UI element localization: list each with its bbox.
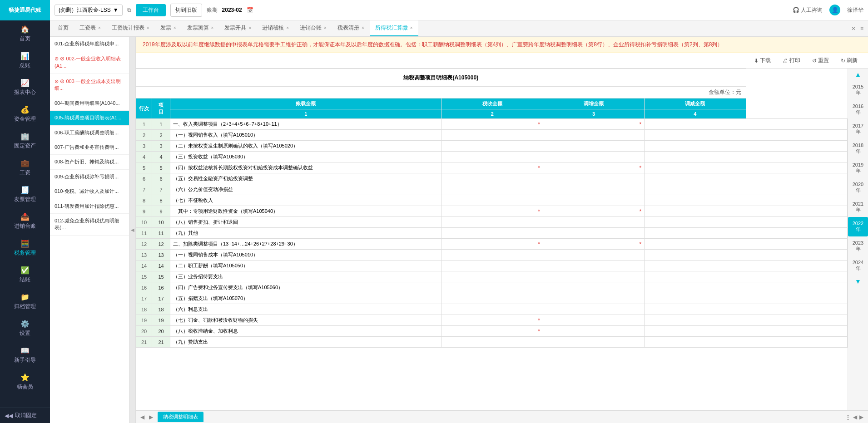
c3-value[interactable] [645, 184, 746, 195]
c3-value[interactable] [645, 206, 746, 217]
c1-value[interactable]: * [441, 206, 543, 217]
c3-value[interactable] [645, 337, 746, 348]
sidebar-footer-cancel-pin[interactable]: ◀◀ 取消固定 [0, 408, 50, 423]
c4-value[interactable] [746, 293, 847, 304]
copy-icon[interactable]: ⧉ [127, 7, 131, 13]
year-item-2022年[interactable]: 2022年 [848, 217, 868, 236]
sheet-left-nav[interactable]: ◀ [140, 414, 144, 420]
sidebar-item-guide[interactable]: 📖新手引导 [0, 342, 50, 369]
c1-value[interactable]: * [441, 239, 543, 250]
c3-value[interactable] [645, 141, 746, 152]
c3-value[interactable] [645, 195, 746, 206]
item-text[interactable]: （二）未按权责发生制原则确认的收入（填写A105020） [170, 141, 442, 152]
item-text[interactable]: 其中：专项用途财政性资金（填写A105040） [170, 206, 442, 217]
item-text[interactable]: （一）视同销售收入（填写A105010） [170, 130, 442, 141]
c3-value[interactable] [645, 162, 746, 173]
c4-value[interactable] [746, 315, 847, 326]
list-item-002[interactable]: ⊘ 002-一般企业收入明细表(A1... [50, 51, 129, 74]
sidebar-item-finance[interactable]: 💰资金管理 [0, 101, 50, 128]
collapse-panel-button[interactable]: ◀ [129, 37, 136, 423]
c1-value[interactable] [441, 304, 543, 315]
c2-value[interactable] [543, 315, 644, 326]
sidebar-item-archive[interactable]: 📁归档管理 [0, 288, 50, 315]
c3-value[interactable] [645, 250, 746, 261]
c4-value[interactable] [746, 119, 847, 130]
tab-close-6[interactable]: × [286, 25, 289, 30]
c4-value[interactable] [746, 184, 847, 195]
tab-2[interactable]: 工资统计报表 × [106, 20, 155, 36]
tab-1[interactable]: 工资表 × [74, 20, 106, 36]
c2-value[interactable] [543, 228, 644, 239]
tab-0[interactable]: 首页 [52, 20, 74, 36]
c1-value[interactable] [441, 261, 543, 271]
list-item-007[interactable]: 007-广告费和业务宣传费明... [50, 140, 129, 155]
c3-value[interactable] [645, 217, 746, 228]
c2-value[interactable] [543, 217, 644, 228]
username[interactable]: 徐泽华 [847, 6, 863, 14]
c4-value[interactable] [746, 206, 847, 217]
c4-value[interactable] [746, 239, 847, 250]
c4-value[interactable] [746, 152, 847, 162]
sidebar-item-reports[interactable]: 📈报表中心 [0, 74, 50, 101]
item-text[interactable]: （六）公允价值变动净损益 [170, 184, 442, 195]
c2-value[interactable] [543, 250, 644, 261]
tab-close-9[interactable]: × [410, 25, 413, 30]
c1-value[interactable] [441, 184, 543, 195]
sidebar-item-assets[interactable]: 🏢固定资产 [0, 128, 50, 154]
sidebar-item-settings[interactable]: ⚙️设置 [0, 315, 50, 342]
refresh-button[interactable]: ↻ 刷新 [837, 55, 861, 66]
c1-value[interactable] [441, 217, 543, 228]
c2-value[interactable] [543, 261, 644, 271]
tab-7[interactable]: 进销台账 × [294, 20, 332, 36]
worktable-button[interactable]: 工作台 [136, 4, 166, 16]
tab-6[interactable]: 进销稽核 × [257, 20, 294, 36]
c4-value[interactable] [746, 173, 847, 184]
year-item-2016年[interactable]: 2016年 [848, 100, 868, 119]
year-item-2023年[interactable]: 2023年 [848, 236, 868, 256]
c1-value[interactable] [441, 173, 543, 184]
c1-value[interactable] [441, 141, 543, 152]
more-tabs-icon[interactable]: ≡ [858, 23, 866, 34]
c2-value[interactable]: * [543, 119, 644, 130]
c4-value[interactable] [746, 304, 847, 315]
item-text[interactable]: （四）按权益法核算长期股权投资对初始投资成本调整确认收益 [170, 162, 442, 173]
year-up-button[interactable]: ▲ [853, 69, 863, 80]
c2-value[interactable]: * [543, 239, 644, 250]
sidebar-item-invoice[interactable]: 🧾发票管理 [0, 181, 50, 208]
item-text[interactable]: （三）业务招待要支出 [170, 271, 442, 282]
sidebar-item-vip[interactable]: ⭐畅会员 [0, 369, 50, 395]
year-item-2019年[interactable]: 2019年 [848, 158, 868, 178]
c1-value[interactable] [441, 282, 543, 293]
tab-8[interactable]: 税表清册 × [332, 20, 370, 36]
c3-value[interactable] [645, 293, 746, 304]
item-text[interactable]: （一）视同销售成本（填写A105010） [170, 250, 442, 261]
c3-value[interactable] [645, 239, 746, 250]
c1-value[interactable]: * [441, 326, 543, 337]
c4-value[interactable] [746, 228, 847, 239]
sidebar-item-salary[interactable]: 💼工资 [0, 154, 50, 181]
tab-5[interactable]: 发票开具 × [219, 20, 257, 36]
list-item-005[interactable]: 005-纳税调整项目明细表(A1... [50, 111, 129, 125]
c4-value[interactable] [746, 282, 847, 293]
calendar-icon[interactable]: 📅 [247, 7, 253, 13]
item-text[interactable]: （九）其他 [170, 228, 442, 239]
item-text[interactable]: （二）职工薪酬（填写A105050） [170, 261, 442, 271]
scroll-left-icon[interactable]: ◀ [853, 414, 857, 420]
list-item-011[interactable]: 011-研发费用加计扣除优惠... [50, 199, 129, 214]
item-text[interactable]: 一、收入类调整项目（2+3+4+5+6+7+8+10+11） [170, 119, 442, 130]
c2-value[interactable] [543, 130, 644, 141]
sidebar-item-purchase[interactable]: 📥进销台账 [0, 208, 50, 235]
c1-value[interactable] [441, 152, 543, 162]
c4-value[interactable] [746, 326, 847, 337]
c4-value[interactable] [746, 130, 847, 141]
item-text[interactable]: （八）税收滞纳金、加收利息 [170, 326, 442, 337]
c2-value[interactable] [543, 337, 644, 348]
list-item-008[interactable]: 008-资产折旧、摊销及纳税... [50, 155, 129, 169]
c4-value[interactable] [746, 195, 847, 206]
sheet-right-nav[interactable]: ▶ [149, 414, 153, 420]
c1-value[interactable] [441, 293, 543, 304]
item-text[interactable]: （七）罚金、罚款和被没收财物的损失 [170, 315, 442, 326]
c1-value[interactable]: * [441, 315, 543, 326]
close-all-tabs[interactable]: ✕ [849, 23, 858, 34]
c1-value[interactable] [441, 337, 543, 348]
